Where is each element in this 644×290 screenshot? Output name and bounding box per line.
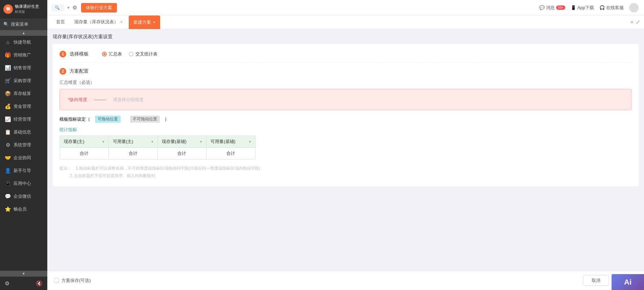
dimension-placeholder: 请选择分组维度 xyxy=(113,97,144,103)
step2-number: 2 xyxy=(59,68,66,75)
sidebar-search[interactable]: 🔍 搜索菜单 xyxy=(0,19,47,30)
gear-icon: ⚙ xyxy=(5,142,11,148)
tab-new-scheme[interactable]: 新建方案 × xyxy=(129,16,160,29)
sidebar-item-label: 企业协同 xyxy=(14,155,31,161)
sidebar-footer: ⚙ 🔇 xyxy=(0,276,47,290)
trend-icon: 📈 xyxy=(5,116,11,122)
dropdown-arrow-icon[interactable]: ▾ xyxy=(67,5,70,10)
tab-inventory-label: 现存量（库存状况表） xyxy=(74,19,118,25)
ai-fab[interactable]: Ai xyxy=(612,274,644,290)
industry-btn[interactable]: 体验行业方案 xyxy=(81,3,117,13)
stats-col-2-value: 合计 xyxy=(109,148,158,159)
service-label: 在线客服 xyxy=(606,5,624,11)
chevron-down-icon-3: ▾ xyxy=(200,140,202,144)
sidebar-item-marketing[interactable]: 🎁 营销推广 xyxy=(0,49,47,62)
stats-col-4-label: 可用量(基辅) xyxy=(210,139,236,145)
topbar-right: 💬 消息 99+ 📱 App下载 🎧 在线客服 xyxy=(539,3,640,13)
sidebar-item-label: 畅会员 xyxy=(14,206,27,212)
chevron-down-icon-4: ▾ xyxy=(249,140,251,144)
stats-col-3-label: 现存量(基辅) xyxy=(162,139,187,145)
sidebar-item-appcenter[interactable]: 📱 应用中心 xyxy=(0,177,47,190)
template-options: 汇总表 交叉统计表 xyxy=(102,51,157,57)
sidebar-item-enterprise[interactable]: 🤝 企业协同 xyxy=(0,151,47,164)
save-option[interactable]: 方案保存(可选) xyxy=(54,277,91,284)
message-label: 消息 xyxy=(546,5,555,11)
scroll-down-btn[interactable]: ▼ xyxy=(0,271,47,276)
headset-icon: 🎧 xyxy=(599,5,605,10)
sidebar-item-sales[interactable]: 📊 销售管理 xyxy=(0,62,47,74)
sidebar-item-weixin[interactable]: 💬 企业微信 xyxy=(0,190,47,203)
dimension-box[interactable]: *纵向维度 —— 请选择分组维度 xyxy=(59,89,632,110)
app-label: App下载 xyxy=(577,5,594,11)
topbar-search[interactable]: 🔍 xyxy=(51,4,65,11)
settings-icon[interactable]: ⚙ xyxy=(5,280,9,287)
radio-summary[interactable]: 汇总表 xyxy=(102,51,122,57)
radio-crosstab-label: 交叉统计表 xyxy=(135,51,157,57)
sidebar-item-system[interactable]: ⚙ 系统管理 xyxy=(0,139,47,151)
stats-table-row: 合计 合计 合计 合计 xyxy=(60,147,255,159)
cancel-button[interactable]: 取消 xyxy=(583,275,609,286)
mobile-icon: 📱 xyxy=(571,5,576,10)
topbar-user[interactable] xyxy=(629,3,640,13)
stats-col-1-header[interactable]: 现存量(主) ▾ xyxy=(60,136,109,147)
indicator-label: 模板指标设定（ xyxy=(59,116,90,122)
cart-icon: 🛒 xyxy=(5,78,11,84)
sidebar-item-member[interactable]: ⭐ 畅会员 xyxy=(0,203,47,216)
music-icon[interactable]: 🔇 xyxy=(36,280,43,287)
gift-icon: 🎁 xyxy=(5,52,11,58)
star-icon: ⭐ xyxy=(5,206,11,212)
tab-inventory-status[interactable]: 现存量（库存状况表） × xyxy=(70,16,127,29)
step2-header: 2 方案配置 xyxy=(59,68,632,75)
sidebar-item-business[interactable]: 📈 经营管理 xyxy=(0,113,47,126)
stats-table: 现存量(主) ▾ 可用量(主) ▾ 现存量(基辅) ▾ 可用量(基辅) xyxy=(59,136,255,160)
sidebar: 畅 畅康通好生意 标准版 🔍 搜索菜单 ▲ ⌂ 快捷导航 🎁 营销推广 📊 销售… xyxy=(0,0,47,290)
radio-crosstab[interactable]: 交叉统计表 xyxy=(129,51,157,57)
search-label: 搜索菜单 xyxy=(11,21,28,27)
stats-col-1-label: 现存量(主) xyxy=(64,139,84,145)
indicator-suffix: ） xyxy=(165,116,169,122)
close-window-icon[interactable]: × xyxy=(630,19,634,25)
fixed-badge: 不可拖动位置 xyxy=(130,116,160,123)
sidebar-item-purchase[interactable]: 🛒 采购管理 xyxy=(0,74,47,87)
sidebar-item-basic[interactable]: 📋 基础信息 xyxy=(0,126,47,139)
save-checkbox[interactable] xyxy=(54,278,59,283)
tabs-bar: 首页 现存量（库存状况表） × 新建方案 × × ⤢ xyxy=(47,16,644,29)
tips-text-2: 2. 点击标题栏下拉可设置排序、插入列和删除列 xyxy=(59,172,632,180)
radio-crosstab-dot xyxy=(129,52,133,56)
chevron-down-icon-1: ▾ xyxy=(102,140,104,144)
tab-home[interactable]: 首页 xyxy=(51,16,70,29)
stats-col-4-header[interactable]: 可用量(基辅) ▾ xyxy=(206,136,255,147)
topbar-message[interactable]: 💬 消息 99+ xyxy=(539,5,565,11)
tabs-right: × ⤢ xyxy=(630,19,640,25)
vertical-dim-label: *纵向维度 xyxy=(68,97,87,103)
expand-icon[interactable]: ⤢ xyxy=(636,19,640,25)
draggable-badge: 可拖动位置 xyxy=(95,116,121,123)
list-icon: 📋 xyxy=(5,129,11,135)
chat-icon: 💬 xyxy=(5,193,11,199)
topbar-app-download[interactable]: 📱 App下载 xyxy=(571,5,594,11)
tab-inventory-close[interactable]: × xyxy=(120,20,123,24)
stats-col-3-value: 合计 xyxy=(158,148,207,159)
user-avatar xyxy=(629,3,639,13)
stats-col-1-value: 合计 xyxy=(60,148,109,159)
sidebar-item-quick-nav[interactable]: ⌂ 快捷导航 xyxy=(0,36,47,49)
sidebar-item-label: 新手引导 xyxy=(14,168,31,174)
stats-table-header: 现存量(主) ▾ 可用量(主) ▾ 现存量(基辅) ▾ 可用量(基辅) xyxy=(60,136,255,147)
sidebar-item-label: 系统管理 xyxy=(14,142,31,148)
page-title: 现存量(库存状况表)方案设置 xyxy=(53,34,639,40)
sidebar-item-inventory[interactable]: 📦 库存核算 xyxy=(0,87,47,100)
stats-col-3-header[interactable]: 现存量(基辅) ▾ xyxy=(158,136,207,147)
step1-number: 1 xyxy=(59,51,66,57)
tab-new-scheme-close[interactable]: × xyxy=(153,20,155,25)
settings-gear-icon[interactable]: ⚙ xyxy=(72,4,77,11)
sidebar-item-finance[interactable]: 💰 资金管理 xyxy=(0,100,47,113)
sidebar-item-label: 采购管理 xyxy=(14,78,31,84)
dimension-section-label: 汇总维度（必选） xyxy=(59,79,632,86)
sidebar-item-newuser[interactable]: 👤 新手引导 xyxy=(0,164,47,177)
sidebar-item-label: 应用中心 xyxy=(14,180,31,187)
topbar-service[interactable]: 🎧 在线客服 xyxy=(599,5,624,11)
tab-home-label: 首页 xyxy=(56,19,65,25)
scroll-up-btn[interactable]: ▲ xyxy=(0,30,47,36)
stats-col-2-header[interactable]: 可用量(主) ▾ xyxy=(109,136,158,147)
handshake-icon: 🤝 xyxy=(5,155,11,161)
